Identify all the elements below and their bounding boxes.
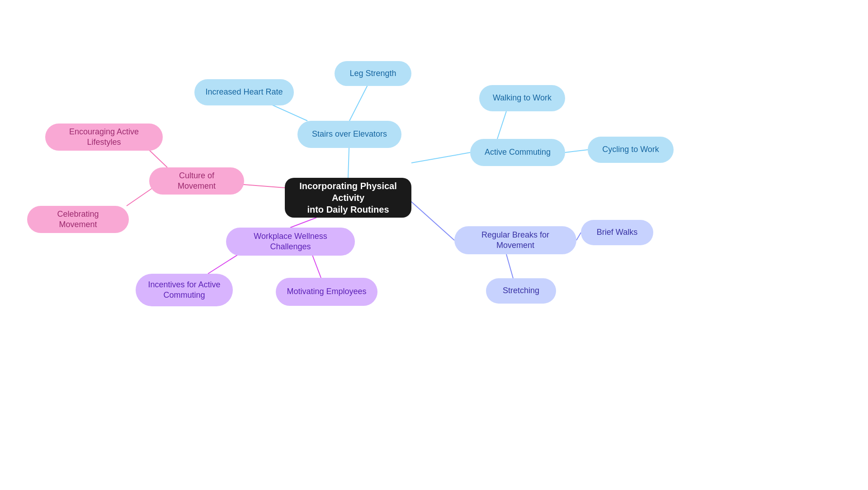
svg-line-10 [576, 233, 581, 240]
stairs-label: Stairs over Elevators [312, 129, 387, 139]
heart-rate-label: Increased Heart Rate [205, 87, 283, 97]
incentives-node: Incentives for Active Commuting [136, 274, 233, 306]
walking-to-work-label: Walking to Work [493, 93, 552, 103]
stretching-label: Stretching [503, 285, 539, 296]
motivating-node: Motivating Employees [276, 278, 377, 306]
encouraging-active-label: Encouraging Active Lifestyles [55, 127, 153, 148]
motivating-label: Motivating Employees [287, 286, 366, 297]
stretching-node: Stretching [486, 278, 556, 304]
svg-line-11 [506, 254, 513, 278]
center-node: Incorporating Physical Activity into Dai… [285, 178, 411, 218]
celebrating-movement-node: Celebrating Movement [27, 206, 129, 233]
incentives-label: Incentives for Active Commuting [148, 280, 220, 301]
culture-label: Culture of Movement [159, 171, 234, 192]
regular-breaks-label: Regular Breaks for Movement [464, 230, 566, 251]
center-node-label: Incorporating Physical Activity into Dai… [295, 180, 401, 215]
stairs-node: Stairs over Elevators [297, 121, 401, 148]
leg-strength-node: Leg Strength [335, 61, 411, 86]
regular-breaks-node: Regular Breaks for Movement [454, 226, 576, 254]
workplace-wellness-label: Workplace Wellness Challenges [236, 231, 345, 252]
active-commuting-label: Active Commuting [485, 147, 551, 157]
cycling-to-work-label: Cycling to Work [602, 144, 659, 155]
svg-line-12 [290, 218, 316, 228]
svg-line-3 [411, 152, 470, 163]
heart-rate-node: Increased Heart Rate [194, 79, 294, 105]
encouraging-active-node: Encouraging Active Lifestyles [45, 124, 163, 151]
walking-to-work-node: Walking to Work [479, 85, 565, 111]
brief-walks-node: Brief Walks [581, 220, 653, 245]
active-commuting-node: Active Commuting [470, 139, 565, 166]
svg-line-5 [565, 150, 588, 152]
brief-walks-label: Brief Walks [597, 227, 637, 238]
workplace-wellness-node: Workplace Wellness Challenges [226, 228, 355, 256]
cycling-to-work-node: Cycling to Work [588, 137, 674, 163]
svg-line-9 [407, 198, 454, 240]
svg-line-4 [497, 111, 506, 139]
celebrating-movement-label: Celebrating Movement [37, 209, 119, 230]
culture-of-movement-node: Culture of Movement [149, 167, 244, 195]
leg-strength-label: Leg Strength [349, 68, 396, 79]
